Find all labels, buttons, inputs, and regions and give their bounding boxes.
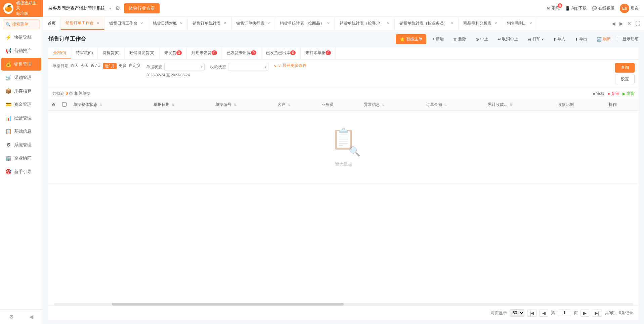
expand-filter-button[interactable]: ∨ ∨ 展开更多条件 <box>274 63 306 69</box>
prev-page-button[interactable]: ◀ <box>540 310 548 317</box>
th-settings[interactable]: ⚙ <box>48 99 59 111</box>
sidebar-settings-button[interactable]: ⚙ <box>3 312 20 321</box>
sub-tab-shipped-not-out[interactable]: 已发货未出库0 <box>222 47 261 59</box>
th-customer[interactable]: 客户 ⇅ <box>274 99 318 111</box>
th-order-amount[interactable]: 订单金额 ⇅ <box>423 99 485 111</box>
sidebar-item-system[interactable]: ⚙ 系统管理 <box>1 138 41 151</box>
date-7days[interactable]: 近7天 <box>91 63 101 69</box>
filter-settings-button[interactable]: 设置 <box>615 74 635 84</box>
sub-tab-wangpu[interactable]: 旺铺待发货(0) <box>125 47 160 59</box>
sidebar-item-sales[interactable]: 💰 销售管理 <box>1 58 41 71</box>
sub-tab-not-printed[interactable]: 未打印单据0 <box>301 47 336 59</box>
tab-close-icon[interactable]: ✕ <box>140 21 143 26</box>
cancel-stop-button[interactable]: ↩ 取消中止 <box>494 34 521 44</box>
app-download-button[interactable]: 📱 App下载 <box>565 5 587 11</box>
select-all-checkbox[interactable] <box>62 102 67 107</box>
sub-tab-expired-not-shipped[interactable]: 到期未发货0 <box>187 47 222 59</box>
th-doc-date[interactable]: 单据日期 ⇅ <box>150 99 212 111</box>
batch-ship-button[interactable]: ▶ 发货 <box>622 91 635 96</box>
tab-home[interactable]: 首页 <box>43 17 61 30</box>
industry-solution-button[interactable]: 体验行业方案 <box>124 3 160 13</box>
horizontal-scrollbar[interactable] <box>54 303 633 306</box>
export-button[interactable]: ⬇ 导出 <box>571 34 591 44</box>
last-page-button[interactable]: ▶| <box>592 310 602 317</box>
th-doc-status[interactable]: 单据整体状态 ⇅ <box>70 99 150 111</box>
add-button[interactable]: + 新增 <box>429 34 447 44</box>
date-yesterday[interactable]: 昨天 <box>71 63 79 69</box>
sub-tab-pending-pickup[interactable]: 待拣货(0) <box>98 47 125 59</box>
batch-review-button[interactable]: ● 审核 <box>593 91 604 96</box>
stop-button[interactable]: ⊘ 中止 <box>472 34 491 44</box>
sidebar-item-marketing[interactable]: 📢 营销推广 <box>1 44 41 57</box>
th-checkbox[interactable] <box>59 99 70 111</box>
per-page-select[interactable]: 50 <box>510 309 524 317</box>
import-button[interactable]: ⬆ 导入 <box>550 34 569 44</box>
sidebar-collapse-button[interactable]: ◀ <box>23 312 40 321</box>
th-doc-no[interactable]: 单据编号 ⇅ <box>212 99 274 111</box>
th-salesman[interactable]: 业务员 <box>318 99 360 111</box>
tab-close-icon[interactable]: ✕ <box>450 21 454 26</box>
date-custom[interactable]: 自定义 <box>129 63 141 69</box>
show-detail-label[interactable]: 显示明细 <box>617 36 639 42</box>
topbar-gear-icon[interactable]: ⚙ <box>115 5 120 11</box>
tab-close-icon[interactable]: ✕ <box>267 21 270 26</box>
th-abnormal[interactable]: 异常信息 ⇅ <box>360 99 423 111</box>
tab-scroll-left-button[interactable]: ◀ <box>610 20 617 27</box>
sidebar-item-purchase[interactable]: 🛒 采购管理 <box>1 71 41 84</box>
th-collected[interactable]: 累计收款... ⇅ <box>484 99 554 111</box>
tab-sales-stats-customer[interactable]: 销货单统计表（按客户） ✕ <box>335 17 395 30</box>
sidebar-item-quick-nav[interactable]: ⚡ 快捷导航 <box>1 31 41 44</box>
tab-scroll-right-button[interactable]: ▶ <box>618 20 625 27</box>
date-1month[interactable]: 近1月 <box>103 63 117 69</box>
tab-close-icon[interactable]: ✕ <box>387 21 390 26</box>
user-menu[interactable]: Ea 用友 <box>620 4 639 13</box>
print-button[interactable]: 🖨 打印 ▾ <box>524 34 547 44</box>
tab-close-icon[interactable]: ✕ <box>327 21 330 26</box>
scrollbar-thumb[interactable] <box>112 303 344 306</box>
sub-tab-shipped-out[interactable]: 已发货已出库0 <box>261 47 301 59</box>
tab-close-all-button[interactable]: ✕ <box>626 20 633 27</box>
message-button[interactable]: ✉ 6 消息 <box>547 5 560 11</box>
date-today[interactable]: 今天 <box>81 63 89 69</box>
smart-create-button[interactable]: 🌟 智能生单 <box>396 34 426 44</box>
batch-cancel-review-button[interactable]: ● 弃审 <box>608 91 619 96</box>
online-service-button[interactable]: 💬 在线客服 <box>592 5 614 11</box>
tab-close-icon[interactable]: ✕ <box>96 21 99 25</box>
table-scroll[interactable]: ⚙ 单据整体状态 ⇅ 单据日期 ⇅ <box>48 99 639 303</box>
delete-button[interactable]: 🗑 删除 <box>450 34 470 44</box>
sidebar-item-enterprise[interactable]: 🏢 企业协同 <box>1 152 41 165</box>
date-more[interactable]: 更多 <box>119 63 127 69</box>
tab-product-margin[interactable]: 商品毛利分析表 ✕ <box>459 17 502 30</box>
sidebar-item-guide[interactable]: 🎯 新手引导 <box>1 165 41 178</box>
search-menu-button[interactable]: 🔍 搜索菜单 <box>3 19 40 29</box>
sub-tab-not-shipped[interactable]: 未发货0 <box>160 47 187 59</box>
tab-sales-order-workbench[interactable]: 销售订单工作台 ✕ <box>61 17 104 30</box>
page-number-input[interactable] <box>558 310 571 316</box>
sub-tab-all[interactable]: 全部(0) <box>48 47 71 59</box>
show-detail-checkbox[interactable] <box>617 37 621 41</box>
collect-select[interactable] <box>228 63 268 71</box>
tab-expand-button[interactable]: ⛶ <box>634 20 641 27</box>
sidebar-item-operations[interactable]: 📊 经营管理 <box>1 112 41 124</box>
query-button[interactable]: 查询 <box>615 63 635 73</box>
tab-sales-stats-salesman[interactable]: 销货单统计表（按业务员） ✕ <box>395 17 459 30</box>
tab-close-icon[interactable]: ✕ <box>223 21 226 26</box>
refresh-button[interactable]: 🔄 刷新 <box>593 34 614 44</box>
tab-close-icon[interactable]: ✕ <box>494 21 497 26</box>
first-page-button[interactable]: |◀ <box>527 310 537 317</box>
sidebar-item-finance[interactable]: 💳 资金管理 <box>1 98 41 111</box>
tab-sales-gross[interactable]: 销售毛利... ✕ <box>502 17 537 30</box>
tab-close-icon[interactable]: ✕ <box>529 21 532 26</box>
next-page-button[interactable]: ▶ <box>581 310 589 317</box>
sub-tab-pending-review[interactable]: 待审核(0) <box>71 47 98 59</box>
tab-sales-order-exec[interactable]: 销售订单执行表 ✕ <box>231 17 275 30</box>
sidebar-item-basic-info[interactable]: 📋 基础信息 <box>1 125 41 138</box>
tab-cash-daily[interactable]: 钱货日清工作台 ✕ <box>104 17 148 30</box>
tab-cash-reconcile[interactable]: 钱货日清对账 ✕ <box>148 17 188 30</box>
tab-sales-order-stats[interactable]: 销售订单统计表 ✕ <box>188 17 231 30</box>
tab-close-icon[interactable]: ✕ <box>180 21 183 26</box>
topbar: 装备及固定资产辅助管理系统 ▾ ⚙ 体验行业方案 ✉ 6 消息 📱 App下载 … <box>43 0 644 17</box>
status-select[interactable] <box>164 63 205 71</box>
tab-sales-stats-product[interactable]: 销货单统计表（按商品） ✕ <box>275 17 335 30</box>
sidebar-item-inventory[interactable]: 📦 库存核算 <box>1 85 41 97</box>
